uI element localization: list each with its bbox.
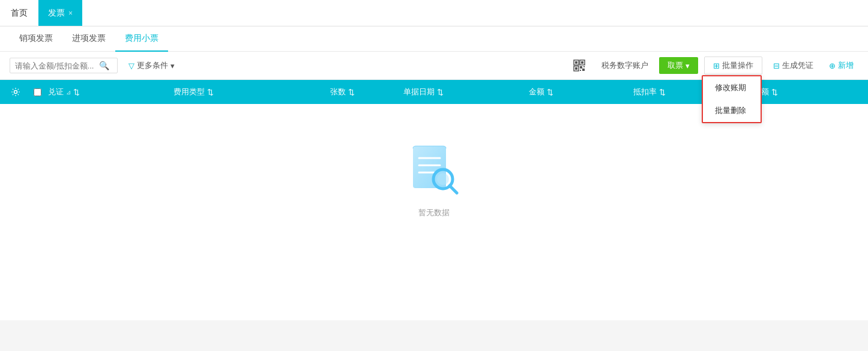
- modify-period-item[interactable]: 修改账期: [703, 76, 761, 99]
- toolbar: 🔍 ▽ 更多条件 ▾ 税务数字账户: [0, 52, 868, 80]
- th-checkbox[interactable]: [26, 88, 48, 96]
- svg-rect-5: [575, 67, 577, 70]
- sub-nav: 销项发票 进项发票 费用小票: [0, 26, 868, 52]
- th-date[interactable]: 单据日期 ⇅: [403, 87, 529, 97]
- search-input[interactable]: [15, 61, 99, 70]
- batch-icon: ⊞: [713, 61, 720, 70]
- batch-op-dropdown: 修改账期 批量删除: [702, 75, 762, 123]
- deduct-amount-sort-icon: ⇅: [771, 88, 778, 97]
- empty-state: 暂无数据: [0, 104, 868, 242]
- search-icon: 🔍: [99, 61, 109, 70]
- th-settings[interactable]: [5, 87, 26, 97]
- svg-point-16: [437, 173, 449, 185]
- sub-nav-sales[interactable]: 销项发票: [10, 27, 62, 52]
- search-box: 🔍: [10, 58, 118, 73]
- voucher-filter-icon: ⊿: [66, 89, 71, 96]
- toolbar-right: 税务数字账户 取票 ▾ ⊞ 批量操作 修改账期 批量删除 ⊟ 生成凭证: [568, 56, 858, 75]
- th-amount[interactable]: 金额 ⇅: [529, 87, 633, 97]
- filter-chevron: ▾: [170, 61, 175, 70]
- svg-rect-6: [580, 66, 582, 69]
- th-count[interactable]: 张数 ⇅: [330, 87, 403, 97]
- take-ticket-button[interactable]: 取票 ▾: [659, 57, 698, 74]
- voucher-sort-icon: ⇅: [73, 88, 80, 97]
- filter-icon: ▽: [128, 61, 134, 70]
- gen-voucher-button[interactable]: ⊟ 生成凭证: [768, 58, 818, 73]
- add-label: 新增: [838, 60, 854, 71]
- gen-voucher-icon: ⊟: [773, 61, 780, 70]
- empty-icon: [404, 140, 464, 200]
- batch-op-button[interactable]: ⊞ 批量操作 修改账期 批量删除: [704, 56, 762, 75]
- take-ticket-chevron: ▾: [686, 61, 690, 70]
- date-sort-icon: ⇅: [437, 88, 444, 97]
- svg-rect-3: [581, 61, 583, 64]
- invoice-tab-label: 发票: [48, 8, 65, 19]
- select-all-checkbox[interactable]: [34, 88, 41, 96]
- th-type[interactable]: 费用类型 ⇅: [173, 87, 330, 97]
- deduct-rate-sort-icon: ⇅: [659, 88, 666, 97]
- sub-nav-input[interactable]: 进项发票: [62, 27, 115, 52]
- svg-rect-1: [575, 61, 577, 64]
- amount-sort-icon: ⇅: [547, 88, 553, 97]
- sub-nav-expense[interactable]: 费用小票: [115, 27, 168, 52]
- batch-op-label: 批量操作: [722, 60, 753, 71]
- qr-button[interactable]: [568, 56, 591, 75]
- qr-icon: [573, 59, 586, 72]
- svg-rect-8: [580, 70, 581, 71]
- filter-label: 更多条件: [137, 60, 168, 71]
- tax-account-label: 税务数字账户: [601, 60, 648, 71]
- empty-text: 暂无数据: [418, 207, 450, 218]
- add-new-button[interactable]: ⊕ 新增: [824, 58, 858, 73]
- gen-voucher-label: 生成凭证: [782, 60, 813, 71]
- th-voucher[interactable]: 兑证 ⊿ ⇅: [48, 87, 173, 97]
- tax-account-button[interactable]: 税务数字账户: [597, 58, 653, 73]
- settings-icon: [11, 87, 20, 97]
- svg-rect-9: [582, 69, 585, 71]
- invoice-tab-close[interactable]: ×: [68, 9, 73, 17]
- count-sort-icon: ⇅: [348, 88, 355, 97]
- filter-button[interactable]: ▽ 更多条件 ▾: [124, 58, 179, 73]
- home-tab[interactable]: 首页: [0, 0, 38, 26]
- svg-rect-7: [583, 66, 585, 67]
- type-sort-icon: ⇅: [207, 88, 214, 97]
- batch-delete-item[interactable]: 批量删除: [703, 99, 761, 122]
- top-nav: 首页 发票 ×: [0, 0, 868, 26]
- invoice-tab[interactable]: 发票 ×: [38, 0, 82, 26]
- add-icon: ⊕: [829, 61, 836, 70]
- svg-line-17: [450, 186, 457, 193]
- take-ticket-label: 取票: [668, 60, 683, 71]
- svg-point-10: [14, 91, 17, 94]
